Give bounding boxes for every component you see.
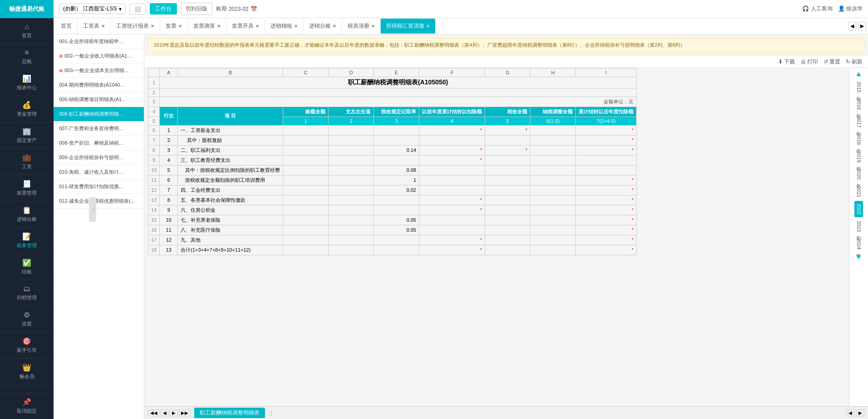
company-selector[interactable]: (勿删） 江西股宝-LSS ▾ [59,4,126,14]
year-2017[interactable]: 2017年 [854,114,863,130]
sidebar-item-ledger[interactable]: ≡ 总账 [0,44,54,70]
sheet-nav-last[interactable]: ▶▶ [179,409,191,416]
left-panel-item-008[interactable]: 008-资产折旧、摊销及纳税... [54,136,144,151]
tab-jihe[interactable]: 进销稽核 ✕ [265,19,304,34]
sheet-nav-first[interactable]: ◀◀ [148,409,160,416]
sidebar-item-unpin[interactable]: 📌 取消固定 [0,393,54,419]
left-panel-item-002[interactable]: ⊗ 002-一般企业收入明细表(A1... [54,49,144,63]
period-label: 账期 [216,5,227,13]
table-row: 11 6 按税收规定全额扣除的职工培训费用 1 * [148,175,637,185]
sidebar-item-tax[interactable]: 📝 税务管理 [0,228,54,254]
year-2021[interactable]: 2021年 [854,184,863,200]
archive-icon: 🗂 [23,285,30,293]
tab-salary-close[interactable]: ✕ [101,24,105,29]
tab-invoice-open-close[interactable]: ✕ [255,24,259,29]
home-icon: ⌂ [25,23,29,31]
left-panel-item-012[interactable]: 012-减免企业所得税优惠明细表(... [54,194,144,209]
left-panel-item-007[interactable]: 007-广告费和业务宣传费明... [54,122,144,136]
reset-button[interactable]: ↺ 重置 [824,58,840,66]
left-panel-item-001[interactable]: 001-企业所得税年度纳税申... [54,34,144,49]
year-up-arrow[interactable]: ▲ [855,70,863,78]
year-2022[interactable]: 2022年 [854,201,863,217]
tab-invoice-close[interactable]: ✕ [178,24,182,29]
left-panel-item-003[interactable]: ⊗ 003-一般企业成本支出明细... [54,63,144,78]
copy-button[interactable]: ⬜ [129,4,146,15]
toolbar: ⬇ 下载 🖨 打印 ↺ 重置 ↻ 刷新 [144,56,868,68]
print-button[interactable]: 🖨 打印 [800,58,818,66]
sidebar-item-salary[interactable]: 💼 工资 [0,149,54,175]
tab-income-tax-close[interactable]: ✕ [426,24,430,29]
tab-invoice[interactable]: 发票 ✕ [160,19,188,34]
col6-sub: 6(1-5) [530,117,576,125]
switch-version-button[interactable]: 切到旧版 [181,3,212,15]
tax-icon: 📝 [22,232,31,241]
spreadsheet-container[interactable]: A B C D E F G H I 1 职工薪酬纳税调整明细表(A105050) [144,68,868,406]
tab-salary[interactable]: 工资表 ✕ [78,19,111,34]
download-button[interactable]: ⬇ 下载 [778,58,795,66]
tab-next-button[interactable]: ▶ [858,22,866,30]
year-down-arrow[interactable]: ▼ [855,253,863,261]
col6-header: 纳税调整全额 [530,107,576,117]
scroll-left-button[interactable]: ◀ [846,409,854,416]
user-icon: 👤 [838,5,845,12]
tab-invoice-calc[interactable]: 发票测算 ✕ [188,19,226,34]
left-panel-item-011[interactable]: 011-研发费用加计扣除优惠... [54,180,144,194]
col-header-a: A [160,68,178,77]
left-panel-item-004[interactable]: 004-期间费用明细表(A1040... [54,78,144,93]
sidebar-item-guide[interactable]: 🎯 新手引导 [0,332,54,359]
tab-invoice-open[interactable]: 发票开具 ✕ [226,19,265,34]
left-panel-item-009[interactable]: 009-企业所得税弥补亏损明... [54,151,144,165]
year-2018[interactable]: 2018年 [854,131,863,147]
period-selector[interactable]: 账期 2023-02 📅 [216,5,257,13]
col4-header: 以前年度累计结转以扣除额 [419,107,485,117]
sidebar-item-stock[interactable]: 📋 进销台账 [0,201,54,228]
sheet-options-icon[interactable]: ⋮ [269,410,274,416]
year-2015[interactable]: 2015年 [854,79,863,95]
scroll-right-button[interactable]: ▶ [856,409,864,416]
year-2019[interactable]: 2019年 [854,149,863,165]
workspace-button[interactable]: 工作台 [150,3,177,15]
col-header-i: I [576,68,637,77]
user-menu[interactable]: 👤 徐凉华 [838,5,863,13]
sidebar-item-invoice[interactable]: 🧾 发票管理 [0,175,54,201]
tab-jihe-close[interactable]: ✕ [294,24,298,29]
tab-salary-report-close[interactable]: ✕ [151,24,154,29]
left-panel-item-010[interactable]: 010-免税、减计收入及加计... [54,165,144,180]
table-title: 职工薪酬纳税调整明细表(A105050) [160,77,637,88]
sidebar-label-salary: 工资 [22,163,32,170]
sheet-nav-prev[interactable]: ◀ [161,409,169,416]
support-label: 人工客询 [811,5,833,12]
year-2024[interactable]: 2024年 [854,236,863,252]
sidebar-item-settings[interactable]: ⚙ 设置 [0,306,54,332]
support-button[interactable]: 🎧 人工客询 [802,5,832,13]
left-panel-item-005[interactable]: 005-纳税调整项目明细表(A1... [54,93,144,107]
sidebar-item-archive[interactable]: 🗂 归档管理 [0,280,54,306]
notice-bar: 2019年度起及取以前年度结转数据的申报表单元格需要手工接正确，才能确证本年及以… [148,38,864,53]
tab-income-tax-label: 所得税汇算清缴 [386,22,424,30]
tab-invoice-calc-close[interactable]: ✕ [217,24,221,29]
sidebar-item-member[interactable]: 👑 畅会员 [0,359,54,385]
left-panel-item-006[interactable]: 006-职工薪酬纳税调整明细... [54,107,144,122]
tab-salary-report[interactable]: 工资统计报表 ✕ [111,19,160,34]
sheet-nav-next[interactable]: ▶ [170,409,178,416]
tab-stock-ledger-close[interactable]: ✕ [333,24,336,29]
col-header-row [148,68,160,77]
tab-income-tax[interactable]: 所得税汇算清缴 ✕ [381,19,436,34]
col5-header: 税收全额 [485,107,530,117]
tab-tax-list-close[interactable]: ✕ [371,24,375,29]
year-2023[interactable]: 2023年 [854,218,863,234]
sidebar-item-home[interactable]: ⌂ 首页 [0,18,54,44]
sheet-tab-main[interactable]: 职工薪酬纳税调整明细表 [194,408,265,418]
tab-home[interactable]: 首页 [55,19,78,34]
year-2016[interactable]: 2016年 [854,96,863,112]
sidebar-item-funds[interactable]: 💰 资金管理 [0,96,54,122]
panel-collapse-button[interactable]: 《 [89,197,96,222]
tab-stock-ledger[interactable]: 进销台账 ✕ [304,19,342,34]
sidebar-item-close[interactable]: ✅ 结账 [0,254,54,280]
sidebar-item-reports[interactable]: 📊 报表中心 [0,70,54,96]
year-2020[interactable]: 2020年 [854,166,863,182]
tab-tax-list[interactable]: 税表清册 ✕ [342,19,381,34]
tab-prev-button[interactable]: ◀ [848,22,856,30]
refresh-button[interactable]: ↻ 刷新 [846,58,863,66]
sidebar-item-assets[interactable]: 🏢 固定资产 [0,122,54,149]
